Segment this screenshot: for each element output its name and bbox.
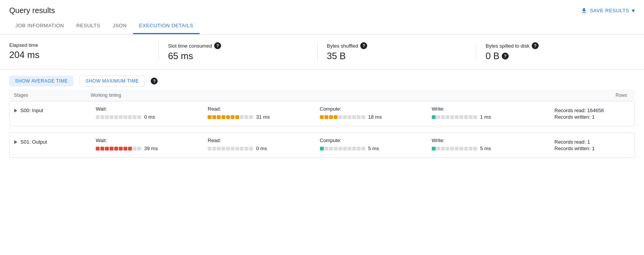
- stage-s01-write-label: Write:: [432, 137, 541, 143]
- stage-s00-records-written: Records written: 1: [554, 114, 630, 120]
- metric-bytes-spilled-label: Bytes spilled to disk ?: [486, 42, 626, 49]
- stage-s00-write-label: Write:: [432, 106, 541, 112]
- tab-job-information[interactable]: JOB INFORMATION: [9, 18, 70, 34]
- stage-s01-name: S01: Output: [20, 139, 47, 145]
- stage-s01-expand-icon[interactable]: [14, 140, 17, 144]
- stage-s01-rows: Records read: 1 Records written: 1: [550, 133, 634, 157]
- stage-s00-wait: Wait:: [96, 106, 205, 120]
- rows-col-header: Rows: [546, 93, 630, 98]
- bytes-shuffled-help-icon[interactable]: ?: [360, 42, 367, 49]
- stage-s01-compute-bar: [320, 147, 365, 151]
- stage-s01-compute-label: Compute:: [320, 137, 429, 143]
- bytes-spilled-value-help-icon[interactable]: ?: [502, 53, 509, 60]
- stage-s00-records-read: Records read: 164656: [554, 108, 630, 113]
- stage-s01-records-read: Records read: 1: [554, 139, 630, 145]
- stages-table: Stages Working timing Rows S00: Input Wa…: [0, 89, 644, 158]
- stage-s01-read-bar: [208, 147, 253, 151]
- stage-s00-write: Write:: [432, 106, 541, 120]
- metric-slot-time: Slot time consumed ? 65 ms: [168, 42, 317, 61]
- stage-s01-timings: Wait:: [87, 133, 550, 157]
- stage-s00-wait-bar: [96, 115, 141, 119]
- stage-s00-timings: Wait:: [87, 101, 550, 126]
- stage-s01-records-written: Records written: 1: [554, 146, 630, 151]
- stage-s00-compute-value: 18 ms: [368, 114, 382, 120]
- tab-execution-details[interactable]: EXECUTION DETAILS: [133, 18, 200, 34]
- stage-s00-wait-label: Wait:: [96, 106, 205, 112]
- stage-s00-wait-value: 0 ms: [144, 114, 155, 120]
- stage-row-s01: S01: Output Wait:: [9, 132, 635, 158]
- stage-s01-write: Write:: [432, 137, 541, 151]
- stage-s01-wait-value: 39 ms: [144, 146, 158, 151]
- tab-results[interactable]: RESULTS: [70, 18, 107, 34]
- save-results-label: SAVE RESULTS: [590, 8, 629, 13]
- stage-s00-read-value: 31 ms: [256, 114, 270, 120]
- stage-s00-compute-bar: [320, 115, 365, 119]
- stage-s00-name: S00: Input: [20, 108, 43, 113]
- stage-s01-write-bar: [432, 147, 477, 151]
- stage-s01-wait-bar: [96, 147, 141, 151]
- metrics-row: Elapsed time 204 ms Slot time consumed ?…: [0, 35, 644, 70]
- stages-col-header: Stages: [14, 93, 91, 98]
- stage-s00-read-bar: [208, 115, 253, 119]
- download-icon: [581, 7, 587, 14]
- stage-s01-compute-value: 5 ms: [368, 146, 379, 151]
- bytes-spilled-help-icon[interactable]: ?: [532, 42, 539, 49]
- stage-s00-read-label: Read:: [208, 106, 316, 112]
- metric-bytes-spilled-value: 0 B ?: [486, 51, 626, 61]
- stage-s00-rows: Records read: 164656 Records written: 1: [550, 101, 634, 126]
- stage-s00-expand-icon[interactable]: [14, 109, 17, 113]
- show-average-time-button[interactable]: SHOW AVERAGE TIME: [9, 76, 73, 86]
- timing-col-header: Working timing: [91, 93, 546, 98]
- stage-row-s00: S00: Input Wait:: [9, 101, 635, 126]
- tab-bar: JOB INFORMATION RESULTS JSON EXECUTION D…: [0, 18, 644, 35]
- save-results-button[interactable]: SAVE RESULTS ▾: [581, 7, 635, 14]
- stage-s01-read-label: Read:: [208, 137, 316, 143]
- stage-s00-read: Read:: [208, 106, 316, 120]
- metric-elapsed-time-value: 204 ms: [9, 50, 149, 60]
- tab-json[interactable]: JSON: [107, 18, 133, 34]
- stage-s00-compute: Compute:: [320, 106, 429, 120]
- stages-table-header: Stages Working timing Rows: [9, 89, 635, 101]
- metric-bytes-shuffled: Bytes shuffled ? 35 B: [327, 42, 476, 61]
- stage-s01-read: Read:: [208, 137, 316, 151]
- stage-s01-wait: Wait:: [96, 137, 205, 151]
- page-header: Query results SAVE RESULTS ▾: [0, 0, 644, 18]
- stage-s01-wait-label: Wait:: [96, 137, 205, 143]
- stage-s00-write-bar: [432, 115, 477, 119]
- metric-bytes-shuffled-value: 35 B: [327, 51, 467, 61]
- metric-bytes-shuffled-label: Bytes shuffled ?: [327, 42, 467, 49]
- stage-s01-compute: Compute:: [320, 137, 429, 151]
- metric-slot-time-label: Slot time consumed ?: [168, 42, 308, 49]
- stage-s01-write-value: 5 ms: [480, 146, 491, 151]
- metric-slot-time-value: 65 ms: [168, 51, 308, 61]
- dropdown-arrow-icon: ▾: [632, 7, 635, 14]
- stage-s00-write-value: 1 ms: [480, 114, 491, 120]
- stage-s00-compute-label: Compute:: [320, 106, 429, 112]
- timing-help-icon[interactable]: ?: [151, 78, 158, 84]
- page-title: Query results: [9, 6, 55, 15]
- metric-elapsed-time-label: Elapsed time: [9, 42, 149, 48]
- show-maximum-time-button[interactable]: SHOW MAXIMUM TIME: [80, 76, 145, 86]
- toggle-section: SHOW AVERAGE TIME SHOW MAXIMUM TIME ?: [0, 70, 644, 89]
- slot-time-help-icon[interactable]: ?: [214, 42, 221, 49]
- metric-bytes-spilled: Bytes spilled to disk ? 0 B ?: [486, 42, 635, 61]
- metric-elapsed-time: Elapsed time 204 ms: [9, 42, 158, 61]
- stage-s01-read-value: 0 ms: [256, 146, 267, 151]
